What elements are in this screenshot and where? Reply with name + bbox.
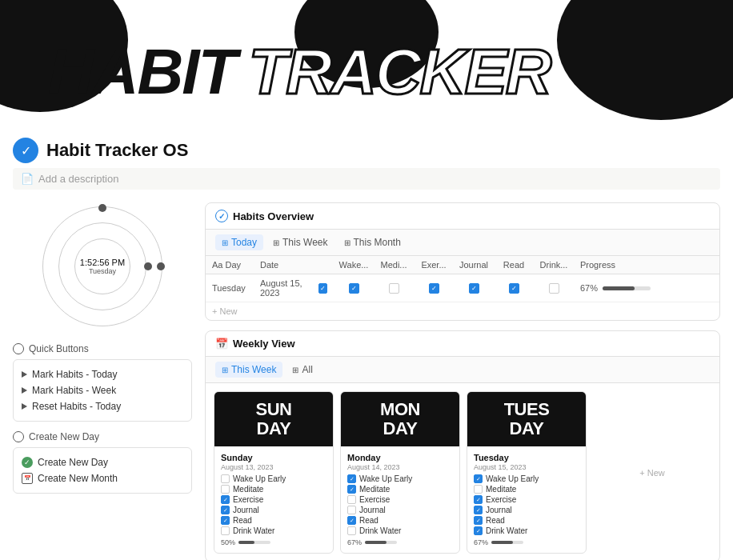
sunday-date: August 13, 2023: [221, 463, 326, 471]
tuesday-exer-check[interactable]: ✓: [474, 495, 483, 504]
col-header-progress: Progress: [574, 256, 719, 274]
monday-habit-2: ✓ Meditate: [347, 485, 453, 494]
tab-all[interactable]: ⊞ All: [286, 362, 318, 378]
sunday-wake-check[interactable]: [221, 474, 230, 483]
sunday-exer-check[interactable]: ✓: [221, 495, 230, 504]
monday-name: Monday: [347, 453, 453, 462]
cell-wake[interactable]: ✓: [334, 279, 374, 298]
sunday-habit-5: ✓ Read: [221, 516, 326, 525]
habits-overview-header: ✓ Habits Overview: [206, 203, 719, 230]
monday-drink-label: Drink Water: [359, 526, 401, 535]
monday-progress: 67%: [347, 538, 453, 546]
table-icon-3: ⊞: [344, 238, 350, 247]
tuesday-medi-label: Meditate: [486, 485, 516, 494]
sunday-content: Sunday August 13, 2023 Wake Up Early Med…: [214, 446, 333, 553]
monday-journal-label: Journal: [359, 506, 386, 514]
new-row-btn[interactable]: + New: [206, 302, 719, 320]
tuesday-exer-label: Exercise: [486, 495, 516, 504]
check-circle-icon: ✓: [215, 210, 228, 222]
sunday-habit-3: ✓ Exercise: [221, 495, 326, 504]
progress-bar-fill: [603, 286, 635, 290]
tuesday-read-check[interactable]: ✓: [474, 516, 483, 525]
tab-this-month[interactable]: ⊞ This Month: [338, 234, 407, 250]
sunday-read-check[interactable]: ✓: [221, 516, 230, 525]
play-icon-2: [22, 387, 27, 394]
col-header-medi: Medi...: [374, 256, 414, 274]
cell-exer[interactable]: ✓: [414, 279, 454, 298]
tuesday-read-label: Read: [486, 516, 505, 525]
monday-journal-check[interactable]: [347, 506, 356, 514]
sunday-wake-label: Wake Up Early: [233, 474, 286, 483]
sunday-drink-check[interactable]: [221, 526, 230, 535]
tuesday-medi-check[interactable]: [474, 485, 483, 494]
quick-buttons-box: Mark Habits - Today Mark Habits - Week R…: [13, 359, 192, 422]
clock-time: 1:52:56 PM: [80, 258, 125, 267]
habit-label: HABIT: [48, 40, 235, 104]
tuesday-journal-check[interactable]: ✓: [474, 506, 483, 514]
sunday-progress-fill: [238, 541, 254, 544]
create-new-day-btn[interactable]: ✓ Create New Day: [22, 454, 183, 470]
create-new-month-btn[interactable]: 📅 Create New Month: [22, 470, 183, 486]
habits-overview-title: Habits Overview: [233, 210, 314, 222]
monday-medi-check[interactable]: ✓: [347, 485, 356, 494]
cell-journal[interactable]: ✓: [454, 279, 494, 298]
sunday-exer-label: Exercise: [233, 495, 263, 504]
medi-checkbox: [389, 283, 399, 294]
tuesday-progress: 67%: [474, 538, 579, 546]
cell-date: August 15, 2023 ✓: [254, 274, 334, 302]
monday-header: MONDAY: [341, 392, 459, 446]
tuesday-drink-check[interactable]: ✓: [474, 526, 483, 535]
tab-this-week-weekly-label: This Week: [231, 364, 276, 375]
monday-habit-3: Exercise: [347, 495, 453, 504]
col-header-journal: Journal: [454, 256, 494, 274]
day-card-tuesday: TUESDAY Tuesday August 15, 2023 ✓ Wake U…: [467, 391, 587, 554]
cell-date-text: August 15, 2023: [260, 278, 315, 298]
mark-habits-week-btn[interactable]: Mark Habits - Week: [22, 382, 183, 398]
tuesday-header: TUESDAY: [467, 392, 586, 446]
tab-today[interactable]: ⊞ Today: [215, 234, 263, 250]
tuesday-habit-4: ✓ Journal: [474, 506, 579, 514]
sunday-drink-label: Drink Water: [233, 526, 274, 535]
tab-this-week-weekly[interactable]: ⊞ This Week: [215, 362, 282, 378]
add-description-bar[interactable]: 📄 Add a description: [13, 168, 720, 190]
cell-medi[interactable]: [374, 279, 414, 298]
exer-checkbox: ✓: [429, 283, 439, 294]
monday-medi-label: Meditate: [359, 485, 390, 494]
monday-wake-label: Wake Up Early: [359, 474, 412, 483]
cell-date-check[interactable]: ✓: [318, 283, 327, 294]
play-icon-3: [22, 403, 27, 410]
tuesday-habit-3: ✓ Exercise: [474, 495, 579, 504]
sunday-habit-6: Drink Water: [221, 526, 326, 535]
habits-overview-panel: ✓ Habits Overview ⊞ Today ⊞ This Week ⊞ …: [205, 202, 720, 321]
sunday-journal-label: Journal: [233, 506, 259, 514]
monday-drink-check[interactable]: [347, 526, 356, 535]
monday-exer-label: Exercise: [359, 495, 390, 504]
cell-drink[interactable]: [534, 279, 574, 298]
monday-wake-check[interactable]: ✓: [347, 474, 356, 483]
mark-habits-today-btn[interactable]: Mark Habits - Today: [22, 366, 183, 382]
progress-wrap: 67%: [580, 283, 713, 293]
monday-habit-5: ✓ Read: [347, 516, 453, 525]
sunday-habit-4: ✓ Journal: [221, 506, 326, 514]
monday-read-check[interactable]: ✓: [347, 516, 356, 525]
cell-read[interactable]: ✓: [494, 279, 534, 298]
tuesday-date: August 15, 2023: [474, 463, 579, 471]
sunday-journal-check[interactable]: ✓: [221, 506, 230, 514]
create-new-day-label: Create New Day: [38, 457, 108, 468]
monday-habit-4: Journal: [347, 506, 453, 514]
tuesday-wake-check[interactable]: ✓: [474, 474, 483, 483]
monday-exer-check[interactable]: [347, 495, 356, 504]
create-section-label: Create New Day: [13, 431, 192, 442]
tuesday-wake-label: Wake Up Early: [486, 474, 539, 483]
empty-day-area: + New: [593, 391, 711, 554]
add-new-btn[interactable]: + New: [636, 465, 668, 481]
tuesday-habit-1: ✓ Wake Up Early: [474, 474, 579, 483]
col-header-day: Aa Day: [206, 256, 254, 274]
reset-habits-today-btn[interactable]: Reset Habits - Today: [22, 398, 183, 414]
tab-this-week[interactable]: ⊞ This Week: [266, 234, 334, 250]
sunday-medi-check[interactable]: [221, 485, 230, 494]
clock-dot-top: [98, 204, 106, 212]
col-header-read: Read: [494, 256, 534, 274]
col-header-wake: Wake...: [334, 256, 374, 274]
green-check-icon: ✓: [22, 457, 33, 468]
